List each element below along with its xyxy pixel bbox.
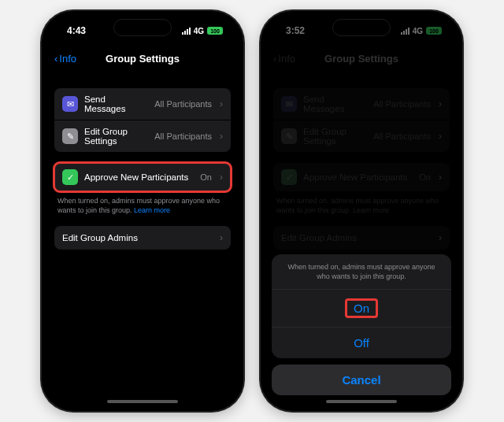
group-messaging: ✉ Send Messages All Participants › ✎ Edi…: [273, 88, 450, 152]
page-title: Group Settings: [324, 53, 398, 65]
row-label: Send Messages: [303, 94, 367, 113]
row-edit-group-admins: Edit Group Admins ›: [273, 226, 450, 250]
row-send-messages: ✉ Send Messages All Participants ›: [273, 88, 450, 120]
row-label: Approve New Participants: [84, 172, 194, 182]
home-indicator[interactable]: [326, 400, 397, 403]
pencil-icon: ✎: [281, 128, 297, 144]
chevron-right-icon: ›: [220, 172, 223, 183]
pencil-icon: ✎: [62, 128, 78, 144]
row-value: All Participants: [373, 131, 431, 141]
battery-icon: 100: [426, 27, 442, 35]
back-button[interactable]: ‹ Info: [54, 46, 76, 71]
row-approve-new-participants: ✓ Approve New Participants On ›: [273, 163, 450, 191]
nav-bar: ‹ Info Group Settings: [265, 46, 458, 71]
chevron-right-icon: ›: [439, 98, 442, 109]
status-network: 4G: [194, 27, 204, 35]
action-sheet-option-off[interactable]: Off: [272, 328, 451, 358]
chevron-right-icon: ›: [220, 232, 223, 243]
row-approve-new-participants[interactable]: ✓ Approve New Participants On ›: [54, 163, 231, 191]
screen: 4:43 4G 100 ‹ Info Group Settings ✉ Send…: [46, 16, 239, 406]
row-edit-group-settings[interactable]: ✎ Edit Group Settings All Participants ›: [54, 120, 231, 152]
footnote: When turned on, admins must approve anyo…: [54, 191, 231, 215]
option-on-label: On: [345, 298, 378, 318]
signal-icon: [182, 28, 191, 35]
row-value: All Participants: [154, 131, 212, 141]
chevron-right-icon: ›: [439, 232, 442, 243]
chevron-left-icon: ‹: [273, 53, 276, 65]
phone-left: 4:43 4G 100 ‹ Info Group Settings ✉ Send…: [42, 11, 243, 411]
person-check-icon: ✓: [281, 169, 297, 185]
row-label: Send Messages: [84, 94, 148, 113]
nav-bar: ‹ Info Group Settings: [46, 46, 239, 71]
action-sheet-header: When turned on, admins must approve anyo…: [272, 254, 451, 290]
row-send-messages[interactable]: ✉ Send Messages All Participants ›: [54, 88, 231, 120]
back-label: Info: [59, 53, 76, 65]
megaphone-icon: ✉: [62, 96, 78, 112]
home-indicator[interactable]: [107, 400, 178, 403]
row-edit-group-settings: ✎ Edit Group Settings All Participants ›: [273, 120, 450, 152]
row-value: All Participants: [373, 99, 431, 109]
status-time: 4:43: [67, 25, 86, 36]
action-sheet: When turned on, admins must approve anyo…: [272, 254, 451, 395]
learn-more-link[interactable]: Learn more: [134, 206, 170, 214]
group-admins: Edit Group Admins ›: [54, 226, 231, 250]
footnote: When turned on, admins must approve anyo…: [273, 191, 450, 215]
row-label: Edit Group Admins: [281, 233, 431, 242]
chevron-right-icon: ›: [220, 131, 223, 142]
row-value: On: [419, 172, 431, 182]
group-messaging: ✉ Send Messages All Participants › ✎ Edi…: [54, 88, 231, 152]
megaphone-icon: ✉: [281, 96, 297, 112]
action-sheet-option-on[interactable]: On: [272, 290, 451, 328]
action-sheet-cancel[interactable]: Cancel: [272, 365, 451, 395]
page-title: Group Settings: [106, 53, 180, 65]
row-value: On: [200, 172, 212, 182]
back-label: Info: [278, 53, 295, 65]
status-time: 3:52: [286, 25, 305, 36]
battery-icon: 100: [207, 27, 223, 35]
notch: [332, 19, 391, 36]
row-label: Edit Group Settings: [84, 127, 148, 146]
person-check-icon: ✓: [62, 169, 78, 185]
phone-right: 3:52 4G 100 ‹ Info Group Settings ✉ Send…: [261, 11, 462, 411]
learn-more-link: Learn more: [353, 206, 389, 214]
chevron-right-icon: ›: [439, 172, 442, 183]
group-approve: ✓ Approve New Participants On ›: [273, 163, 450, 191]
group-approve: ✓ Approve New Participants On ›: [54, 163, 231, 191]
row-edit-group-admins[interactable]: Edit Group Admins ›: [54, 226, 231, 250]
row-value: All Participants: [154, 99, 212, 109]
row-label: Approve New Participants: [303, 172, 413, 182]
status-network: 4G: [413, 27, 423, 35]
group-admins: Edit Group Admins ›: [273, 226, 450, 250]
action-sheet-panel: When turned on, admins must approve anyo…: [272, 254, 451, 358]
screen: 3:52 4G 100 ‹ Info Group Settings ✉ Send…: [265, 16, 458, 406]
row-label: Edit Group Admins: [62, 233, 212, 242]
content: ✉ Send Messages All Participants › ✎ Edi…: [46, 71, 239, 250]
chevron-right-icon: ›: [439, 131, 442, 142]
back-button[interactable]: ‹ Info: [273, 46, 295, 71]
chevron-right-icon: ›: [220, 98, 223, 109]
notch: [113, 19, 172, 36]
row-label: Edit Group Settings: [303, 127, 367, 146]
chevron-left-icon: ‹: [54, 53, 57, 65]
content: ✉ Send Messages All Participants › ✎ Edi…: [265, 71, 458, 250]
signal-icon: [401, 28, 410, 35]
